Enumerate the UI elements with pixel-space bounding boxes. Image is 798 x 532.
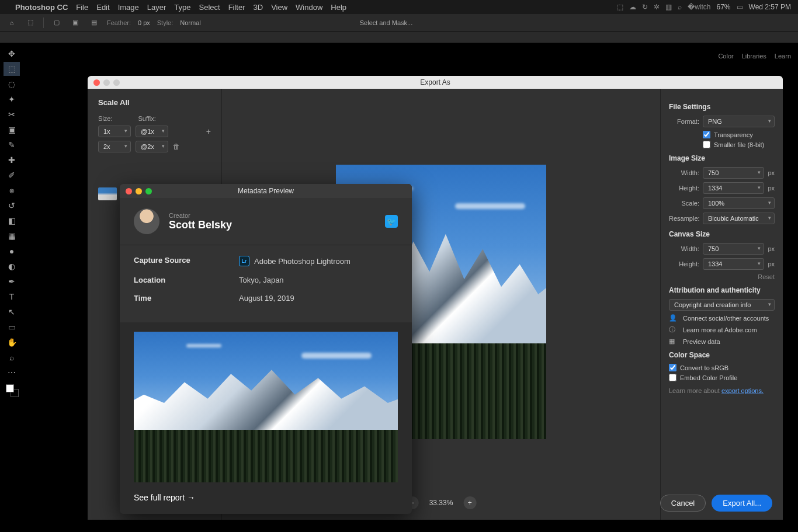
macos-menubar: Photoshop CC File Edit Image Layer Type … [0, 0, 798, 14]
export-all-button[interactable]: Export All... [712, 495, 772, 512]
meta-close-traffic-light[interactable] [126, 188, 132, 194]
twitter-icon[interactable]: 🐦 [385, 215, 398, 228]
cloud-icon[interactable]: ☁ [629, 3, 636, 11]
sync-icon[interactable]: ↻ [642, 3, 648, 11]
convert-srgb-checkbox[interactable]: Convert to sRGB [669, 364, 775, 371]
suffix-dropdown-2[interactable]: @2x [136, 141, 168, 152]
gradient-tool-icon[interactable]: ▦ [4, 229, 20, 243]
minimize-traffic-light[interactable] [103, 79, 110, 86]
shape-tool-icon[interactable]: ▭ [4, 320, 20, 334]
hand-tool-icon[interactable]: ✋ [4, 335, 20, 349]
maximize-traffic-light[interactable] [113, 79, 120, 86]
scale-dropdown[interactable]: 100% [703, 197, 775, 209]
pen-tool-icon[interactable]: ✒ [4, 274, 20, 288]
location-label: Location [134, 276, 239, 284]
clock[interactable]: Wed 2:57 PM [749, 3, 791, 11]
width-input[interactable]: 750 [703, 167, 764, 179]
color-swatch[interactable] [6, 384, 19, 397]
dropbox-icon[interactable]: ⬚ [617, 3, 623, 11]
tab-color[interactable]: Color [718, 53, 733, 60]
lasso-tool-icon[interactable]: ◌ [4, 77, 20, 91]
brush-tool-icon[interactable]: ✐ [4, 168, 20, 182]
type-tool-icon[interactable]: T [4, 290, 20, 304]
close-traffic-light[interactable] [93, 79, 100, 86]
gear-icon[interactable]: ✲ [654, 3, 660, 11]
blur-tool-icon[interactable]: ● [4, 244, 20, 258]
app-name[interactable]: Photoshop CC [15, 3, 68, 12]
menu-type[interactable]: Type [174, 3, 190, 12]
see-full-report-link[interactable]: See full report → [134, 493, 195, 502]
battery-percent: 67% [716, 3, 730, 11]
mode-icon-2[interactable]: ▣ [70, 17, 81, 29]
marquee-tool-icon[interactable]: ⬚ [25, 17, 36, 29]
menu-window[interactable]: Window [296, 3, 322, 12]
file-thumbnail [98, 187, 117, 200]
wifi-icon[interactable]: �witch [688, 3, 710, 11]
height-input[interactable]: 1334 [703, 182, 764, 194]
meta-maximize-traffic-light[interactable] [145, 188, 152, 194]
menu-layer[interactable]: Layer [147, 3, 166, 12]
export-options-link[interactable]: export options. [721, 387, 764, 394]
canvas-width-input[interactable]: 750 [703, 243, 764, 255]
menu-view[interactable]: View [271, 3, 287, 12]
size-dropdown-2[interactable]: 2x [98, 141, 131, 152]
menu-image[interactable]: Image [118, 3, 139, 12]
crop-tool-icon[interactable]: ✂ [4, 107, 20, 121]
suffix-dropdown-1[interactable]: @1x [136, 126, 168, 137]
delete-scale-icon[interactable]: 🗑 [173, 142, 180, 151]
menu-select[interactable]: Select [199, 3, 220, 12]
feather-value[interactable]: 0 px [138, 19, 150, 26]
dodge-tool-icon[interactable]: ◐ [4, 259, 20, 273]
metadata-titlebar[interactable]: Metadata Preview [120, 184, 412, 198]
move-tool-icon[interactable]: ✥ [4, 47, 20, 61]
edit-toolbar-icon[interactable]: ⋯ [4, 366, 20, 380]
size-dropdown-1[interactable]: 1x [98, 126, 131, 137]
format-dropdown[interactable]: PNG [703, 116, 775, 127]
stamp-tool-icon[interactable]: ⎈ [4, 183, 20, 197]
canvas-height-input[interactable]: 1334 [703, 258, 764, 270]
wand-tool-icon[interactable]: ✦ [4, 92, 20, 106]
heal-tool-icon[interactable]: ✚ [4, 153, 20, 167]
learn-adobe-link[interactable]: ⓘLearn more at Adobe.com [669, 325, 775, 334]
mode-icon-1[interactable]: ▢ [51, 17, 63, 29]
resample-dropdown[interactable]: Bicubic Automatic [703, 213, 775, 224]
smaller-file-checkbox[interactable]: Smaller file (8-bit) [703, 141, 775, 148]
add-scale-icon[interactable]: + [206, 127, 211, 136]
lightroom-icon: Lr [239, 256, 249, 266]
meta-minimize-traffic-light[interactable] [136, 188, 142, 194]
select-and-mask-button[interactable]: Select and Mask... [360, 19, 413, 26]
cancel-button[interactable]: Cancel [660, 495, 706, 512]
search-icon[interactable]: ⌕ [678, 3, 682, 11]
attribution-dropdown[interactable]: Copyright and creation info [669, 299, 775, 311]
frame-tool-icon[interactable]: ▣ [4, 123, 20, 137]
export-titlebar[interactable]: Export As [88, 76, 783, 89]
menu-filter[interactable]: Filter [228, 3, 245, 12]
menu-file[interactable]: File [76, 3, 88, 12]
eraser-tool-icon[interactable]: ◧ [4, 214, 20, 228]
history-brush-icon[interactable]: ↺ [4, 199, 20, 213]
tab-libraries[interactable]: Libraries [742, 53, 766, 60]
embed-profile-checkbox[interactable]: Embed Color Profile [669, 374, 775, 381]
tab-learn[interactable]: Learn [775, 53, 791, 60]
zoom-tool-icon[interactable]: ⌕ [4, 350, 20, 364]
zoom-in-button[interactable]: + [463, 496, 476, 509]
marquee-tool-icon[interactable]: ⬚ [4, 62, 20, 76]
menu-3d[interactable]: 3D [254, 3, 263, 12]
mode-icon-3[interactable]: ▤ [88, 17, 100, 29]
person-icon: 👤 [669, 314, 678, 322]
path-tool-icon[interactable]: ↖ [4, 305, 20, 319]
eyedropper-tool-icon[interactable]: ✎ [4, 138, 20, 152]
transparency-checkbox[interactable]: Transparency [703, 131, 775, 138]
time-value: August 19, 2019 [239, 294, 294, 302]
menu-help[interactable]: Help [331, 3, 346, 12]
home-icon[interactable]: ⌂ [6, 17, 18, 29]
export-footnote: Learn more about export options. [669, 387, 775, 394]
style-value[interactable]: Normal [180, 19, 200, 26]
battery-icon[interactable]: ▭ [737, 3, 743, 11]
preview-data-link[interactable]: ▦Preview data [669, 338, 775, 345]
panels-icon[interactable]: ▥ [665, 3, 672, 11]
metadata-preview-window: Metadata Preview Creator Scott Belsky 🐦 … [120, 184, 412, 514]
menu-edit[interactable]: Edit [96, 3, 109, 12]
connect-accounts-link[interactable]: 👤Connect social/other accounts [669, 314, 775, 322]
reset-button[interactable]: Reset [669, 273, 775, 280]
